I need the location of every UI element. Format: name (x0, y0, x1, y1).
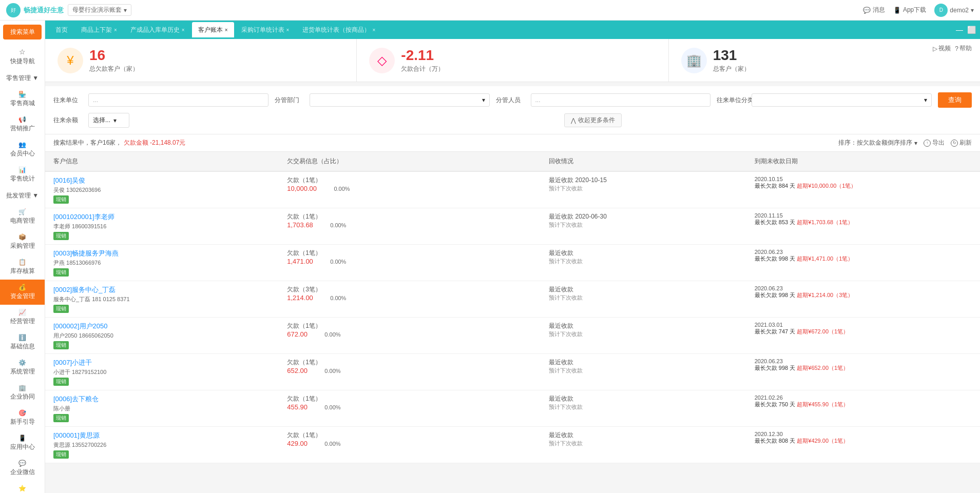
download-icon: 📱 (893, 7, 901, 14)
customer-name-7[interactable]: [000001]黄思源 (53, 431, 271, 440)
customer-name-4[interactable]: [000002]用户2050 (53, 322, 271, 331)
overdue-days-4: 最长欠款 747 天 超期¥672.00（1笔） (755, 328, 972, 336)
tab-product-history[interactable]: 产成品入库单历史 × (124, 22, 191, 37)
search-menu-btn[interactable]: 搜索菜单 (3, 25, 42, 40)
sidebar-item-app-center[interactable]: 📱 应用中心 (0, 430, 45, 456)
sidebar-item-members[interactable]: 👥 会员中心 (0, 137, 45, 162)
customer-name-2[interactable]: [0003]畅捷服务尹海燕 (53, 249, 271, 258)
customer-contact-7: 黄思源 13552700226 (53, 441, 271, 449)
filter-balance-label: 往来余额 (53, 116, 84, 125)
query-button[interactable]: 查询 (938, 92, 972, 108)
tab-close-instock-stats[interactable]: × (372, 27, 375, 33)
person-input[interactable]: ... (531, 93, 711, 107)
sidebar-search: 搜索菜单 (0, 21, 45, 44)
sidebar-item-enterprise-wx[interactable]: 💬 企业微信 (0, 456, 45, 481)
last-collect-2: 最近收款 (549, 249, 738, 258)
stat-info-total: 131 总客户（家） (713, 47, 750, 73)
sidebar-item-new-guide[interactable]: 🎯 新手引导 (0, 405, 45, 430)
overdue-amount-link-4[interactable]: 超期¥672.00（1笔） (797, 328, 849, 334)
help-link[interactable]: ? 帮助 (955, 44, 972, 53)
sort-select[interactable]: 排序：按欠款金额倒序排序 ▾ (838, 139, 917, 147)
last-collect-1: 最近收款 2020-06-30 (549, 212, 738, 221)
source-unit-input[interactable]: ... (88, 93, 268, 107)
tab-close-product-listing[interactable]: × (114, 27, 117, 33)
enterprise-label: 企业协同 (10, 392, 35, 401)
help-label: 帮助 (959, 44, 972, 53)
tab-close-product-history[interactable]: × (182, 27, 185, 33)
debt-amount-7: 429.00 (287, 440, 308, 447)
tab-product-listing[interactable]: 商品上下架 × (75, 22, 123, 37)
tab-product-listing-label: 商品上下架 (81, 26, 112, 34)
app-download-btn[interactable]: 📱 App下载 (893, 6, 926, 14)
sidebar-item-marketing[interactable]: 📢 营销推广 (0, 112, 45, 137)
customer-name-3[interactable]: [0002]服务中心_丁磊 (53, 285, 271, 294)
industry-selector[interactable]: 母婴行业演示账套 ▾ (68, 4, 131, 16)
tab-close-customer-account[interactable]: × (225, 27, 228, 33)
tab-minimize-icon[interactable]: — (956, 26, 963, 34)
debt-ratio-6: 0.00% (324, 404, 340, 410)
sidebar-item-retail-stats[interactable]: 📊 零售统计 (0, 162, 45, 187)
overdue-amount-link-5[interactable]: 超期¥652.00（1笔） (797, 365, 849, 371)
sidebar-item-ecommerce[interactable]: 🛒 电商管理 (0, 204, 45, 229)
sidebar-item-batch-mgmt[interactable]: 批发管理 ▼ (0, 187, 45, 204)
debt-ratio-3: 0.00% (330, 295, 346, 301)
sidebar-item-purchase[interactable]: 📦 采购管理 (0, 229, 45, 254)
customer-name-0[interactable]: [0016]吴俊 (53, 176, 271, 185)
classification-select[interactable]: ▾ (752, 93, 932, 107)
chevron-down-icon: ▾ (971, 7, 974, 14)
chevron-up-icon: ⋀ (571, 117, 576, 124)
members-icon: 👥 (18, 141, 26, 148)
tab-customer-account[interactable]: 客户账本 × (192, 22, 234, 37)
customer-cell-7: [000001]黄思源 黄思源 13552700226 现销 (45, 427, 279, 463)
sidebar-item-inventory[interactable]: 📋 库存核算 (0, 254, 45, 280)
balance-select[interactable]: 选择... ▾ (88, 113, 129, 128)
refresh-btn[interactable]: ↻ 刷新 (951, 139, 972, 147)
sidebar-item-quick-nav[interactable]: ☆ 快捷导航 (0, 44, 45, 70)
sidebar-item-retail-store[interactable]: 🏪 零售商城 (0, 87, 45, 112)
overdue-customers-number: 16 (89, 47, 139, 64)
customer-name-6[interactable]: [0006]去下粮仓 (53, 395, 271, 404)
overdue-amount-link-2[interactable]: 超期¥1,471.00（1笔） (797, 255, 853, 262)
message-btn[interactable]: 💬 消息 (863, 6, 885, 14)
total-customers-icon: 🏢 (681, 48, 707, 73)
debt-ratio-1: 0.00% (330, 222, 346, 228)
sidebar-item-operations[interactable]: 📈 经营管理 (0, 305, 45, 330)
message-icon: 💬 (863, 7, 871, 14)
tab-maximize-icon[interactable]: ⬜ (967, 26, 976, 34)
last-collect-3: 最近收款 (549, 285, 738, 294)
logo-area: 好 畅捷通好生意 (6, 3, 64, 17)
overdue-amount-link-7[interactable]: 超期¥429.00（1笔） (797, 438, 849, 444)
customer-name-5[interactable]: [0007]小进干 (53, 358, 271, 367)
sidebar-item-finance[interactable]: 💰 资金管理 (0, 280, 45, 305)
collapse-label: 收起更多条件 (578, 116, 615, 125)
username-label: demo2 (950, 7, 969, 14)
dept-select[interactable]: ▾ (310, 93, 490, 107)
sidebar-item-retail-mgmt[interactable]: 零售管理 ▼ (0, 70, 45, 87)
customer-name-1[interactable]: [0001020001]李老师 (53, 212, 271, 222)
new-guide-icon: 🎯 (18, 409, 26, 417)
video-link[interactable]: ▷ 视频 (933, 44, 951, 53)
overdue-amount-link-3[interactable]: 超期¥1,214.00（3笔） (797, 292, 853, 298)
sidebar-item-enterprise[interactable]: 🏢 企业协同 (0, 380, 45, 405)
overdue-amount-link-1[interactable]: 超期¥1,703.68（1笔） (797, 219, 853, 225)
collapse-button[interactable]: ⋀ 收起更多条件 (564, 113, 622, 127)
tab-home[interactable]: 首页 (49, 22, 74, 37)
overdue-amount-link-0[interactable]: 超期¥10,000.00（1笔） (797, 183, 856, 189)
tab-instock-stats[interactable]: 进货单统计表（按商品） × (296, 22, 381, 37)
tab-purchase-order[interactable]: 采购订单统计表 × (235, 22, 296, 37)
overdue-amount-link-6[interactable]: 超期¥455.90（1笔） (797, 401, 849, 407)
sidebar-item-system[interactable]: ⚙️ 系统管理 (0, 355, 45, 380)
customer-cell-1: [0001020001]李老师 李老师 18600391516 现销 (45, 208, 279, 245)
table-row: [0003]畅捷服务尹海燕 尹燕 18513066976 现销 欠款（1笔） 1… (45, 245, 980, 281)
sidebar-item-member-vip[interactable]: ⭐ 畅会员 (0, 481, 45, 493)
due-date-4: 2021.03.01 (755, 322, 972, 328)
logo-icon: 好 (6, 3, 21, 17)
col-header-payment: 回收情况 (541, 152, 746, 171)
sidebar-item-basic-info[interactable]: ℹ️ 基础信息 (0, 330, 45, 355)
tab-close-purchase-order[interactable]: × (286, 27, 290, 33)
export-btn[interactable]: ↑ 导出 (924, 139, 945, 147)
user-menu[interactable]: D demo2 ▾ (934, 4, 974, 17)
debt-cell-3: 欠款（3笔） 1,214.00 0.00% (279, 281, 541, 318)
results-amount: 欠款金额 -21,148.07元 (124, 139, 186, 146)
total-customers-label: 总客户（家） (713, 65, 750, 73)
